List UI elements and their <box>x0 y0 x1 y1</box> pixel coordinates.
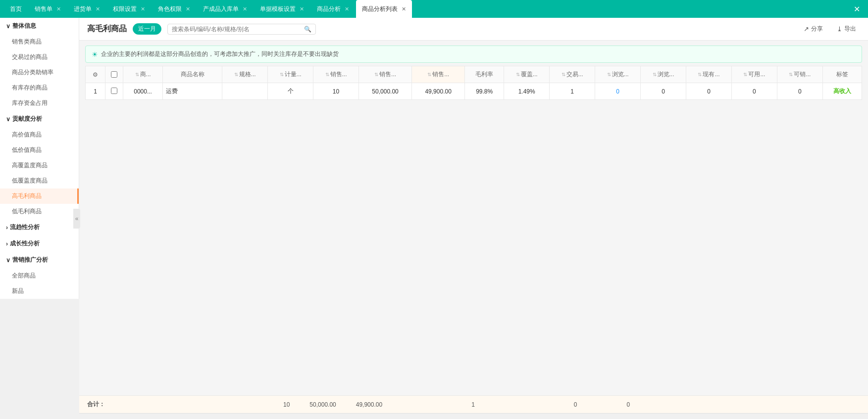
table-wrapper[interactable]: ⚙ ⇅ 商... <box>85 66 862 395</box>
nav-permissions-close[interactable]: ✕ <box>141 6 145 12</box>
sidebar-item-low-coverage[interactable]: 低覆盖度商品 <box>0 173 79 188</box>
col-sort-sales-amt[interactable]: ⇅ <box>374 72 378 77</box>
window-close-icon[interactable]: ✕ <box>850 4 864 14</box>
nav-purchase-close[interactable]: ✕ <box>96 6 100 12</box>
col-header-coverage: ⇅ 覆盖... <box>504 66 550 83</box>
col-header-tag: 标签 <box>822 66 862 83</box>
sidebar-group-contribution[interactable]: ∨ 贡献度分析 <box>0 111 79 127</box>
sidebar-item-high-margin[interactable]: 高毛利商品 <box>0 188 79 204</box>
nav-template[interactable]: 单据模板设置 ✕ <box>254 0 310 18</box>
cell-views1: 0 <box>595 83 641 100</box>
nav-home[interactable]: 首页 <box>4 0 28 18</box>
nav-product-analysis[interactable]: 商品分析 ✕ <box>311 0 355 18</box>
col-sort-code[interactable]: ⇅ <box>135 72 139 77</box>
cell-sales-qty: 10 <box>313 83 359 100</box>
export-button[interactable]: ⤓ 导出 <box>833 23 860 35</box>
nav-roles[interactable]: 角色权限 ✕ <box>152 0 196 18</box>
sidebar-item-high-value[interactable]: 高价值商品 <box>0 127 79 142</box>
header-actions: ↗ 分享 ⤓ 导出 <box>800 23 860 35</box>
nav-permissions[interactable]: 权限设置 ✕ <box>107 0 151 18</box>
nav-analysis-list-close[interactable]: ✕ <box>402 6 406 12</box>
sidebar-item-category-rate[interactable]: 商品分类助销率 <box>0 65 79 80</box>
nav-sales-close[interactable]: ✕ <box>56 6 61 12</box>
search-input[interactable] <box>172 26 301 33</box>
settings-icon[interactable]: ⚙ <box>93 71 98 78</box>
footer-stock-cur: 0 <box>574 401 577 408</box>
footer-sales-qty: 10 <box>283 401 290 408</box>
col-sort-stock-avail[interactable]: ⇅ <box>743 72 747 77</box>
nav-product-analysis-list[interactable]: 商品分析列表 ✕ <box>356 0 412 18</box>
cell-views2: 0 <box>641 83 686 100</box>
col-header-unit: ⇅ 计量... <box>268 66 313 83</box>
search-box: 🔍 <box>167 24 316 35</box>
cell-stock-avail: 0 <box>731 83 777 100</box>
top-nav: 首页 销售单 ✕ 进货单 ✕ 权限设置 ✕ 角色权限 ✕ 产成品入库单 ✕ 单据… <box>0 0 868 18</box>
col-sort-unit[interactable]: ⇅ <box>280 72 284 77</box>
share-button[interactable]: ↗ 分享 <box>800 23 827 35</box>
group-collapse-icon: ∨ <box>6 23 10 30</box>
group-growth-icon: › <box>6 240 8 247</box>
col-sort-trans[interactable]: ⇅ <box>562 72 565 77</box>
cell-margin-rate: 99.8% <box>465 83 504 100</box>
col-sort-stock-cur[interactable]: ⇅ <box>698 72 702 77</box>
sidebar-item-all-goods[interactable]: 全部商品 <box>0 268 79 283</box>
cell-stock-sale: 0 <box>777 83 822 100</box>
footer-stock-avail: 0 <box>627 401 630 408</box>
sidebar-item-high-coverage[interactable]: 高覆盖度商品 <box>0 158 79 173</box>
select-all-checkbox[interactable] <box>111 71 117 78</box>
search-icon[interactable]: 🔍 <box>304 26 311 33</box>
nav-analysis-close[interactable]: ✕ <box>345 6 349 12</box>
sidebar-item-sales-goods[interactable]: 销售类商品 <box>0 34 79 49</box>
sidebar-group-growth[interactable]: › 成长性分析 <box>0 235 79 252</box>
info-icon: ☀ <box>92 50 98 58</box>
col-sort-sales-profit[interactable]: ⇅ <box>427 72 431 77</box>
cell-seq: 1 <box>86 83 105 100</box>
views1-link[interactable]: 0 <box>616 88 619 95</box>
nav-purchase[interactable]: 进货单 ✕ <box>68 0 106 18</box>
col-header-name: 商品名称 <box>163 66 222 83</box>
col-header-trans: ⇅ 交易... <box>550 66 595 83</box>
cell-spec <box>222 83 268 100</box>
sidebar-item-low-margin[interactable]: 低毛利商品 <box>0 204 79 219</box>
col-header-check <box>105 66 123 83</box>
col-header-spec: ⇅ 规格... <box>222 66 268 83</box>
col-sort-sales-qty[interactable]: ⇅ <box>325 72 329 77</box>
cell-sales-profit: 49,900.00 <box>412 83 465 100</box>
sidebar-item-stock-capital[interactable]: 库存资金占用 <box>0 95 79 111</box>
row-checkbox[interactable] <box>111 88 117 94</box>
sidebar-item-traded[interactable]: 交易过的商品 <box>0 49 79 65</box>
page-title: 高毛利商品 <box>87 24 127 34</box>
horizontal-scrollbar[interactable] <box>79 413 868 419</box>
sidebar-wrapper: ∨ 整体信息 销售类商品 交易过的商品 商品分类助销率 有库存的商品 库存资金占… <box>0 18 79 419</box>
group-marketing-icon: ∨ <box>6 257 10 264</box>
col-header-stock-avail: ⇅ 可用... <box>731 66 777 83</box>
nav-sales[interactable]: 销售单 ✕ <box>29 0 67 18</box>
col-header-margin: 毛利率 <box>465 66 504 83</box>
nav-production[interactable]: 产成品入库单 ✕ <box>197 0 253 18</box>
sidebar-group-overall[interactable]: ∨ 整体信息 <box>0 18 79 34</box>
col-sort-stock-sale[interactable]: ⇅ <box>789 72 793 77</box>
nav-production-close[interactable]: ✕ <box>243 6 247 12</box>
sidebar-group-marketing[interactable]: ∨ 营销推广分析 <box>0 252 79 268</box>
col-sort-views2[interactable]: ⇅ <box>653 72 657 77</box>
col-header-stock-sale: ⇅ 可销... <box>777 66 822 83</box>
nav-template-close[interactable]: ✕ <box>300 6 304 12</box>
footer-sales-profit: 49,900.00 <box>356 401 382 408</box>
footer-label: 合计： <box>87 400 105 409</box>
filter-month-button[interactable]: 近一月 <box>133 23 161 35</box>
sidebar-collapse-button[interactable]: « <box>73 209 80 229</box>
nav-roles-close[interactable]: ✕ <box>186 6 190 12</box>
col-sort-views1[interactable]: ⇅ <box>607 72 611 77</box>
sidebar: ∨ 整体信息 销售类商品 交易过的商品 商品分类助销率 有库存的商品 库存资金占… <box>0 18 79 299</box>
col-sort-spec[interactable]: ⇅ <box>234 72 238 77</box>
sidebar-item-in-stock[interactable]: 有库存的商品 <box>0 80 79 95</box>
cell-unit: 个 <box>268 83 313 100</box>
col-header-views2: ⇅ 浏览... <box>641 66 686 83</box>
sidebar-item-new-goods[interactable]: 新品 <box>0 283 79 299</box>
share-icon: ↗ <box>804 25 809 33</box>
cell-code: 0000... <box>123 83 163 100</box>
sidebar-group-trend[interactable]: › 流趋性分析 <box>0 219 79 235</box>
col-sort-coverage[interactable]: ⇅ <box>516 72 520 77</box>
sidebar-item-low-value[interactable]: 低价值商品 <box>0 142 79 158</box>
table-row: 1 0000... 运费 个 10 50,000.00 49,900.00 99… <box>86 83 862 100</box>
